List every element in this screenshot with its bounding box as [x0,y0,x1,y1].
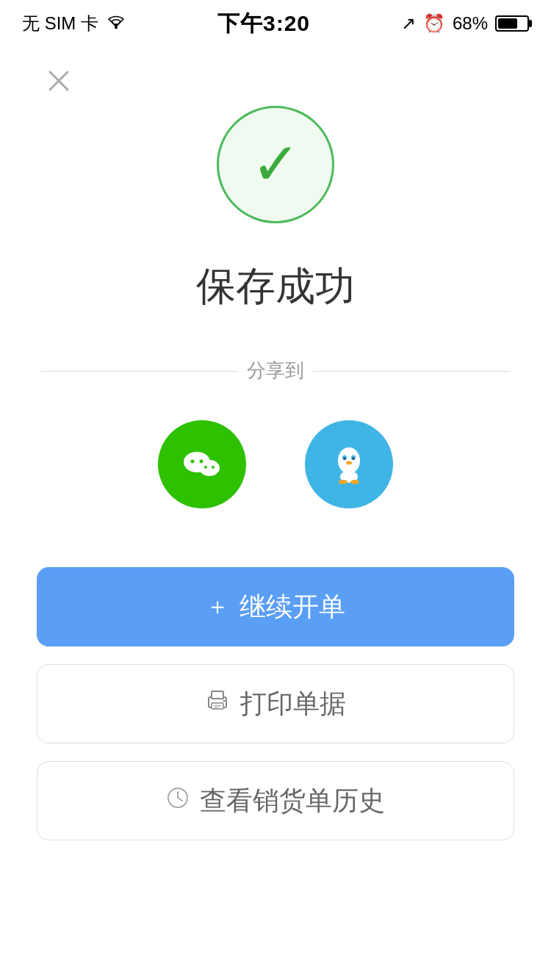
wifi-icon [106,13,126,34]
history-label: 查看销货单历史 [200,783,385,819]
share-icons [158,420,393,508]
svg-point-0 [115,26,118,29]
action-buttons: ＋ 继续开单 打印单据 [37,567,514,840]
sim-label: 无 SIM 卡 [22,12,98,35]
print-label: 打印单据 [240,686,346,722]
location-icon: ↗ [401,13,416,34]
close-button[interactable] [37,59,81,103]
svg-point-9 [338,447,360,474]
clock-icon [166,786,190,815]
svg-point-15 [346,461,352,465]
share-label: 分享到 [247,358,304,383]
status-time: 下午3:20 [217,9,310,39]
printer-icon [205,690,230,718]
battery-label: 68% [453,13,488,34]
continue-label: 继续开单 [240,589,345,625]
battery-icon [495,15,529,32]
status-left: 无 SIM 卡 [22,12,126,35]
svg-point-13 [344,458,346,460]
print-button[interactable]: 打印单据 [37,664,514,743]
svg-rect-22 [214,707,219,709]
share-divider: 分享到 [40,358,511,383]
svg-line-26 [178,798,182,801]
svg-point-5 [191,460,195,464]
svg-point-17 [350,480,359,484]
svg-point-7 [204,466,207,469]
svg-point-16 [339,480,347,484]
qq-share-button[interactable] [305,420,393,508]
history-button[interactable]: 查看销货单历史 [37,761,514,840]
svg-point-23 [223,700,226,702]
svg-rect-19 [212,691,223,699]
svg-point-8 [212,466,215,469]
svg-point-14 [353,458,355,460]
check-icon: ✓ [251,135,300,194]
success-circle: ✓ [217,106,334,223]
svg-rect-21 [214,705,221,707]
main-content: ✓ 保存成功 分享到 [0,47,551,840]
wechat-share-button[interactable] [158,420,246,508]
svg-point-6 [200,460,204,464]
success-title: 保存成功 [196,260,355,314]
status-right: ↗ ⏰ 68% [401,13,529,34]
alarm-icon: ⏰ [423,13,445,34]
plus-icon: ＋ [206,591,229,623]
continue-button[interactable]: ＋ 继续开单 [37,567,514,646]
status-bar: 无 SIM 卡 下午3:20 ↗ ⏰ 68% [0,0,551,47]
